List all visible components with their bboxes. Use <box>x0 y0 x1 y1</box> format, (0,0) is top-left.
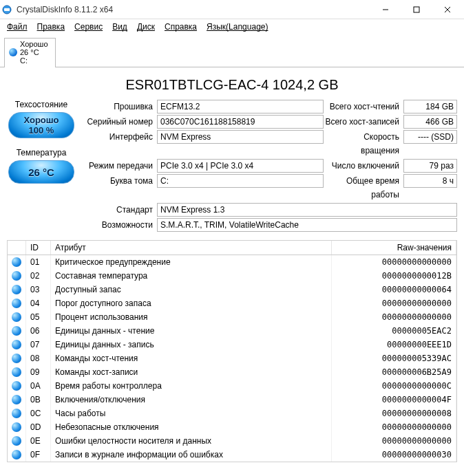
poweron-hours-label: Общее время работы <box>324 174 403 202</box>
poweron-count-label: Число включений <box>324 159 403 173</box>
health-pill[interactable]: Хорошо 100 % <box>8 112 74 138</box>
menubar: Файл Правка Сервис Вид Диск Справка Язык… <box>0 19 464 36</box>
table-row[interactable]: 02Составная температура0000000000012B <box>8 269 456 283</box>
row-id: 05 <box>26 310 51 324</box>
row-raw: 000000006B25A9 <box>331 365 456 379</box>
row-id: 01 <box>26 255 51 269</box>
table-row[interactable]: 08Команды хост-чтения000000005339AC <box>8 351 456 365</box>
tab-status: Хорошо <box>20 40 48 48</box>
row-id: 03 <box>26 283 51 296</box>
app-icon <box>1 4 12 15</box>
tab-drive: C: <box>20 56 48 65</box>
header-raw[interactable]: Raw-значения <box>331 241 456 255</box>
close-button[interactable] <box>432 0 463 19</box>
row-raw: 00000000000000 <box>331 434 456 448</box>
menu-file[interactable]: Файл <box>7 22 28 32</box>
row-id: 0B <box>26 393 51 407</box>
standard-value: NVM Express 1.3 <box>157 203 457 217</box>
row-raw: 0000000000012B <box>331 269 456 283</box>
table-row[interactable]: 0FЗаписи в журнале информации об ошибках… <box>8 448 456 462</box>
host-reads-label: Всего хост-чтений <box>324 100 403 113</box>
table-row[interactable]: 07Единицы данных - запись00000000EEE1D <box>8 338 456 351</box>
menu-service[interactable]: Сервис <box>74 22 103 32</box>
row-raw: 00000000000000 <box>331 296 456 310</box>
row-attribute: Команды хост-чтения <box>51 351 332 365</box>
menu-disk[interactable]: Диск <box>137 22 155 32</box>
temperature-label: Температура <box>17 148 67 158</box>
health-status: Хорошо <box>23 115 59 125</box>
row-raw: 00000000000008 <box>331 407 456 420</box>
minimize-button[interactable] <box>370 0 401 19</box>
svg-rect-3 <box>414 7 419 12</box>
status-orb-icon <box>12 271 21 281</box>
transfer-value: PCIe 3.0 x4 | PCIe 3.0 x4 <box>157 159 324 173</box>
row-attribute: Единицы данных - чтение <box>51 324 332 338</box>
drive-letter-value: C: <box>157 174 324 188</box>
row-id: 0D <box>26 420 51 434</box>
menu-help[interactable]: Справка <box>165 22 197 32</box>
rpm-value: ---- (SSD) <box>403 130 457 144</box>
header-status[interactable] <box>8 241 26 255</box>
row-attribute: Доступный запас <box>51 283 332 296</box>
table-row[interactable]: 09Команды хост-записи000000006B25A9 <box>8 365 456 379</box>
maximize-button[interactable] <box>401 0 432 19</box>
smart-table: ID Атрибут Raw-значения 01Критическое пр… <box>7 240 457 462</box>
status-orb-icon <box>12 312 21 322</box>
table-row[interactable]: 05Процент использования00000000000000 <box>8 310 456 324</box>
status-orb-icon <box>12 299 21 308</box>
table-row[interactable]: 03Доступный запас00000000000064 <box>8 283 456 296</box>
status-orb-icon <box>12 395 21 404</box>
row-attribute: Критическое предупреждение <box>51 255 332 269</box>
row-raw: 00000000000064 <box>331 283 456 296</box>
menu-view[interactable]: Вид <box>112 22 127 32</box>
row-attribute: Порог доступного запаса <box>51 296 332 310</box>
status-orb-icon <box>12 354 21 363</box>
drive-model: ESR01TBTLCG-EAC-4 1024,2 GB <box>7 77 457 93</box>
row-attribute: Процент использования <box>51 310 332 324</box>
table-row[interactable]: 0EОшибки целостности носителя и данных00… <box>8 434 456 448</box>
header-id[interactable]: ID <box>26 241 51 255</box>
row-raw: 00000000000030 <box>331 448 456 462</box>
row-attribute: Время работы контроллера <box>51 379 332 393</box>
features-label: Возможности <box>81 218 157 232</box>
table-row[interactable]: 01Критическое предупреждение000000000000… <box>8 255 456 269</box>
row-id: 06 <box>26 324 51 338</box>
row-attribute: Включения/отключения <box>51 393 332 407</box>
table-row[interactable]: 04Порог доступного запаса00000000000000 <box>8 296 456 310</box>
row-raw: 000000005339AC <box>331 351 456 365</box>
poweron-count-value: 79 раз <box>403 159 457 173</box>
row-id: 0E <box>26 434 51 448</box>
health-percent: 100 % <box>29 125 54 136</box>
row-raw: 00000000000000 <box>331 255 456 269</box>
row-id: 07 <box>26 338 51 351</box>
row-raw: 00000000000000 <box>331 310 456 324</box>
menu-language[interactable]: Язык(Language) <box>207 22 268 32</box>
serial-label: Серийный номер <box>81 115 157 129</box>
temperature-pill[interactable]: 26 °C <box>8 160 74 184</box>
header-attribute[interactable]: Атрибут <box>51 241 332 255</box>
table-row[interactable]: 0AВремя работы контроллера0000000000000C <box>8 379 456 393</box>
tab-temp: 26 °C <box>20 48 48 56</box>
temperature-value: 26 °C <box>28 166 54 178</box>
menu-edit[interactable]: Правка <box>37 22 65 32</box>
status-orb-icon <box>12 285 21 294</box>
row-attribute: Часы работы <box>51 407 332 420</box>
table-row[interactable]: 0BВключения/отключения0000000000004F <box>8 393 456 407</box>
drive-tab[interactable]: Хорошо 26 °C C: <box>4 38 56 67</box>
window-title: CrystalDiskInfo 8.11.2 x64 <box>17 5 370 14</box>
status-orb-icon <box>12 381 21 391</box>
row-raw: 00000000000000 <box>331 420 456 434</box>
row-attribute: Ошибки целостности носителя и данных <box>51 434 332 448</box>
table-row[interactable]: 0CЧасы работы00000000000008 <box>8 407 456 420</box>
transfer-label: Режим передачи <box>81 159 157 173</box>
table-header-row: ID Атрибут Raw-значения <box>8 241 456 255</box>
status-orb-icon <box>12 326 21 336</box>
row-id: 0C <box>26 407 51 420</box>
table-row[interactable]: 0DНебезопасные отключения00000000000000 <box>8 420 456 434</box>
drive-tabs: Хорошо 26 °C C: <box>0 37 464 67</box>
drive-letter-label: Буква тома <box>81 174 157 202</box>
firmware-value: ECFM13.2 <box>157 100 324 113</box>
table-row[interactable]: 06Единицы данных - чтение00000005EAC2 <box>8 324 456 338</box>
row-raw: 0000000000000C <box>331 379 456 393</box>
rpm-label: Скорость вращения <box>324 130 403 158</box>
